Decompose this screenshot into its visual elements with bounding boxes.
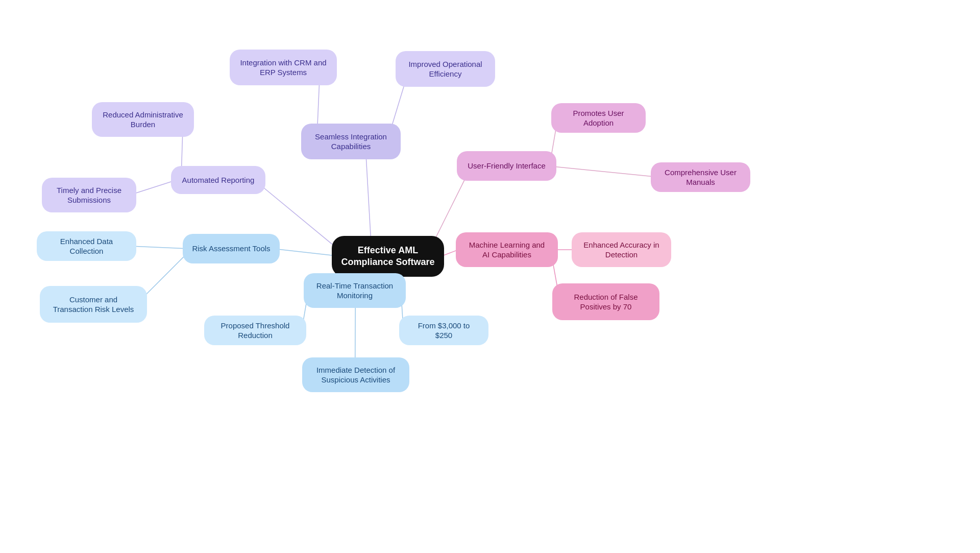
improved-ops-node: Improved Operational Efficiency: [396, 51, 495, 87]
timely-submissions-label: Timely and Precise Submissions: [51, 185, 127, 205]
reduced-admin-label: Reduced Administrative Burden: [101, 110, 185, 130]
timely-submissions-node: Timely and Precise Submissions: [42, 178, 136, 212]
enhanced-accuracy-label: Enhanced Accuracy in Detection: [581, 240, 662, 260]
automated-reporting-node: Automated Reporting: [171, 166, 265, 194]
user-manuals-node: Comprehensive User Manuals: [651, 162, 750, 192]
enhanced-data-label: Enhanced Data Collection: [46, 236, 127, 256]
false-positives-label: Reduction of False Positives by 70: [561, 292, 650, 312]
svg-line-13: [136, 247, 183, 249]
ml-ai-label: Machine Learning and AI Capabilities: [465, 240, 549, 260]
svg-line-8: [556, 167, 651, 177]
from-3000-label: From $3,000 to $250: [408, 321, 479, 341]
customer-risk-label: Customer and Transaction Risk Levels: [49, 295, 138, 315]
proposed-threshold-node: Proposed Threshold Reduction: [204, 316, 306, 345]
immediate-detection-label: Immediate Detection of Suspicious Activi…: [311, 365, 400, 385]
promotes-adoption-label: Promotes User Adoption: [560, 108, 636, 128]
svg-line-5: [136, 182, 171, 193]
seamless-integration-node: Seamless Integration Capabilities: [301, 124, 401, 159]
automated-reporting-label: Automated Reporting: [182, 175, 255, 185]
enhanced-accuracy-node: Enhanced Accuracy in Detection: [572, 232, 671, 267]
integration-crm-label: Integration with CRM and ERP Systems: [239, 58, 328, 78]
immediate-detection-node: Immediate Detection of Suspicious Activi…: [302, 357, 409, 392]
svg-line-0: [366, 158, 371, 237]
user-friendly-label: User-Friendly Interface: [468, 161, 546, 171]
from-3000-node: From $3,000 to $250: [399, 316, 488, 345]
ml-ai-node: Machine Learning and AI Capabilities: [456, 232, 558, 267]
improved-ops-label: Improved Operational Efficiency: [405, 59, 486, 79]
user-friendly-node: User-Friendly Interface: [457, 151, 556, 181]
realtime-monitoring-label: Real-Time Transaction Monitoring: [313, 281, 397, 301]
svg-line-14: [143, 254, 186, 298]
proposed-threshold-label: Proposed Threshold Reduction: [213, 321, 297, 341]
user-manuals-label: Comprehensive User Manuals: [660, 167, 741, 187]
false-positives-node: Reduction of False Positives by 70: [552, 283, 659, 320]
center-label: Effective AML Compliance Software: [341, 245, 435, 269]
center-node: Effective AML Compliance Software: [332, 236, 444, 277]
risk-assessment-node: Risk Assessment Tools: [183, 234, 280, 263]
svg-line-1: [317, 81, 320, 128]
realtime-monitoring-node: Real-Time Transaction Monitoring: [304, 273, 406, 308]
svg-line-2: [390, 80, 406, 130]
integration-crm-node: Integration with CRM and ERP Systems: [230, 50, 337, 85]
customer-risk-node: Customer and Transaction Risk Levels: [40, 286, 147, 323]
risk-assessment-label: Risk Assessment Tools: [192, 244, 270, 254]
svg-line-9: [444, 251, 456, 255]
svg-line-12: [280, 249, 332, 255]
seamless-integration-label: Seamless Integration Capabilities: [310, 132, 391, 152]
reduced-admin-node: Reduced Administrative Burden: [92, 102, 194, 137]
promotes-adoption-node: Promotes User Adoption: [551, 103, 646, 133]
enhanced-data-node: Enhanced Data Collection: [37, 231, 136, 261]
